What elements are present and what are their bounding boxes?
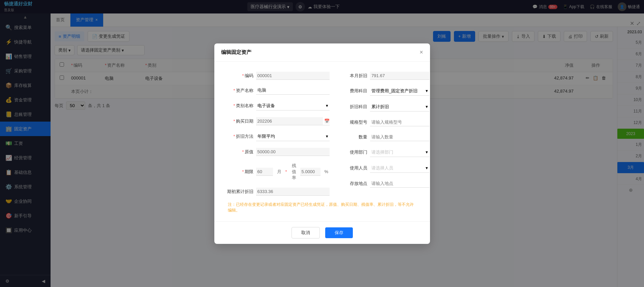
location-input[interactable] — [370, 180, 429, 188]
modal-body: *编码 *资产名称 *类别名称 — [214, 62, 430, 221]
depr-subject-chevron-icon: ▾ — [426, 104, 428, 109]
spec-label: 规格型号 — [340, 119, 367, 125]
cancel-button[interactable]: 取消 — [292, 227, 320, 238]
form-row-person: 使用人员 请选择人员 ▾ — [335, 160, 430, 176]
person-chevron-icon: ▾ — [426, 165, 428, 170]
modal-title: 编辑固定资产 — [221, 49, 251, 56]
form-row-name: *资产名称 — [221, 83, 335, 98]
expense-subject-value: 管理费用_固定资产折旧 — [371, 88, 418, 94]
form-grid: *编码 *资产名称 *类别名称 — [221, 68, 423, 199]
form-row-purchase-date: *购买日期 📅 — [221, 114, 335, 129]
modal-overlay: 编辑固定资产 × *编码 *资产名称 — [0, 0, 644, 287]
form-row-location: 存放地点 — [335, 176, 430, 191]
quantity-input[interactable] — [370, 133, 429, 141]
category-label: *类别名称 — [226, 103, 253, 109]
depr-method-chevron-icon: ▾ — [326, 134, 328, 139]
depr-method-label: *折旧方法 — [226, 133, 253, 139]
period-label: *期限 — [226, 169, 253, 175]
period-accum-depr-label: 期初累计折旧 — [226, 189, 253, 195]
this-month-depr-label: 本月折旧 — [340, 73, 367, 79]
form-row-spec: 规格型号 — [335, 115, 430, 130]
dept-select[interactable]: 请选择部门 ▾ — [370, 148, 429, 157]
depr-method-select[interactable]: 年限平均 ▾ — [256, 132, 330, 141]
person-label: 使用人员 — [340, 165, 367, 171]
calendar-icon[interactable]: 📅 — [324, 119, 330, 124]
purchase-date-label: *购买日期 — [226, 118, 253, 124]
code-input[interactable] — [256, 72, 330, 80]
form-row-depr-method: *折旧方法 年限平均 ▾ — [221, 129, 335, 145]
period-input[interactable] — [256, 168, 273, 176]
name-label: *资产名称 — [226, 88, 253, 94]
dept-chevron-icon: ▾ — [426, 150, 428, 155]
form-row-depr-subject: 折旧科目 累计折旧 ▾ — [335, 99, 430, 115]
save-button[interactable]: 保存 — [325, 227, 353, 238]
quantity-label: 数量 — [340, 134, 367, 140]
form-left-col: *编码 *资产名称 *类别名称 — [221, 68, 335, 199]
edit-fixed-asset-modal: 编辑固定资产 × *编码 *资产名称 — [214, 43, 430, 244]
expense-subject-label: 费用科目 — [340, 88, 367, 94]
form-right-col: 本月折旧 费用科目 管理费用_固定资产折旧 ▾ — [335, 68, 430, 199]
form-row-original-value: *原值 — [221, 145, 335, 159]
category-select[interactable]: 电子设备 ▾ — [256, 101, 330, 110]
person-select[interactable]: 请选择人员 ▾ — [370, 164, 429, 173]
location-label: 存放地点 — [340, 181, 367, 187]
depr-subject-value: 累计折旧 — [371, 104, 389, 110]
form-row-this-month-depr: 本月折旧 — [335, 68, 430, 83]
residual-rate-unit: % — [325, 169, 329, 174]
modal-note: 注：已经存在变更记录或者对应固定资产已经生成凭证，原值、购买日期、残值率、累计折… — [221, 199, 423, 215]
expense-subject-chevron-icon: ▾ — [426, 88, 428, 93]
period-accum-depr-input[interactable] — [256, 188, 330, 196]
original-value-input[interactable] — [256, 148, 330, 156]
category-value: 电子设备 — [257, 103, 275, 109]
purchase-date-input[interactable] — [256, 117, 323, 125]
depr-subject-select[interactable]: 累计折旧 ▾ — [370, 102, 429, 111]
spec-input[interactable] — [370, 118, 429, 126]
form-row-quantity: 数量 — [335, 130, 430, 145]
modal-close-button[interactable]: × — [420, 49, 423, 56]
person-placeholder: 请选择人员 — [371, 165, 393, 171]
form-row-expense-subject: 费用科目 管理费用_固定资产折旧 ▾ — [335, 83, 430, 99]
dept-label: 使用部门 — [340, 149, 367, 155]
purchase-date-input-wrap: 📅 — [256, 117, 330, 125]
form-row-period: *期限 月 * 残值率 % — [221, 159, 335, 184]
this-month-depr-input[interactable] — [370, 72, 429, 80]
form-row-dept: 使用部门 请选择部门 ▾ — [335, 145, 430, 160]
modal-header: 编辑固定资产 × — [214, 43, 430, 62]
depr-method-value: 年限平均 — [257, 133, 275, 139]
form-row-category: *类别名称 电子设备 ▾ — [221, 98, 335, 114]
depr-subject-label: 折旧科目 — [340, 104, 367, 110]
form-row-period-accum-depr: 期初累计折旧 — [221, 184, 335, 199]
expense-subject-select[interactable]: 管理费用_固定资产折旧 ▾ — [370, 87, 429, 96]
form-row-code: *编码 — [221, 68, 335, 83]
code-label: *编码 — [226, 73, 253, 79]
modal-footer: 取消 保存 — [214, 221, 430, 244]
period-unit: 月 — [277, 169, 281, 175]
residual-rate-label: 残值率 — [292, 163, 296, 181]
dept-placeholder: 请选择部门 — [371, 149, 393, 155]
residual-rate-input[interactable] — [300, 168, 320, 176]
original-value-label: *原值 — [226, 149, 253, 155]
residual-rate-required: * — [285, 169, 287, 174]
name-input[interactable] — [256, 87, 330, 95]
category-chevron-icon: ▾ — [326, 103, 328, 108]
